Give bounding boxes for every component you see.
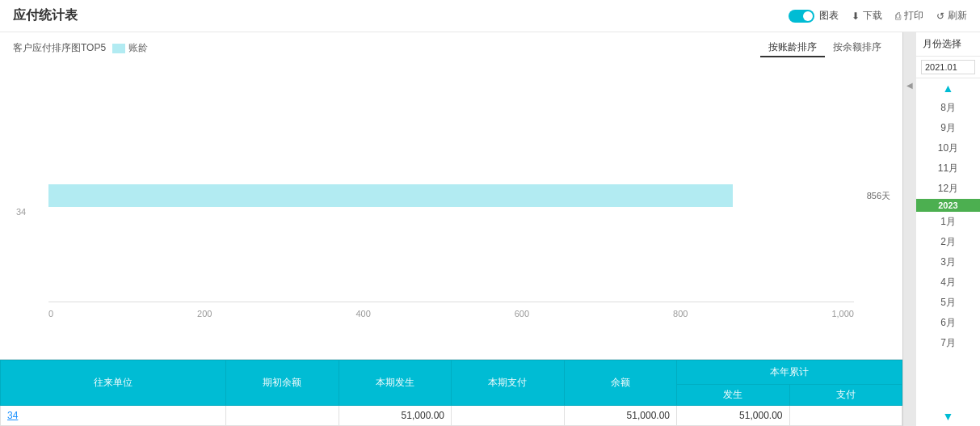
- y-axis-label: 34: [16, 207, 26, 217]
- month-item-apr[interactable]: 4月: [916, 272, 980, 293]
- cell-unit[interactable]: 34: [1, 406, 226, 426]
- month-item-dec[interactable]: 12月: [916, 179, 980, 199]
- month-item-feb[interactable]: 2月: [916, 232, 980, 252]
- cell-ytd-occur: 51,000.00: [677, 406, 790, 426]
- col-header-ytd-group: 本年累计: [677, 361, 902, 385]
- sidebar-up-button[interactable]: ▲: [916, 78, 980, 98]
- cell-opening: [226, 406, 339, 426]
- bar-end-label: 856天: [867, 189, 890, 201]
- chart-inner: 856天 0 200 400 600 800 1,000: [48, 72, 854, 318]
- col-header-pay: 本期支付: [452, 361, 565, 406]
- month-item-nov[interactable]: 11月: [916, 158, 980, 179]
- x-label-800: 800: [673, 309, 688, 318]
- table-row: 34 51,000.00 51,000.00 51,000.00: [1, 406, 902, 426]
- table-header-row: 往来单位 期初余额 本期发生 本期支付 余额 本年累计: [1, 361, 902, 385]
- col-header-unit: 往来单位: [1, 361, 226, 406]
- chart-legend: 客户应付排序图TOP5 账龄: [13, 41, 148, 55]
- month-item-aug[interactable]: 8月: [916, 98, 980, 118]
- sort-buttons: 按账龄排序 按余额排序: [760, 39, 890, 57]
- col-header-ytd-occur: 发生: [677, 385, 790, 406]
- print-button[interactable]: ⎙ 打印: [895, 9, 923, 23]
- sort-by-amount-button[interactable]: 按余额排序: [825, 39, 890, 57]
- chevron-up-icon: ▲: [943, 82, 954, 95]
- month-item-jun[interactable]: 6月: [916, 313, 980, 333]
- x-label-600: 600: [515, 309, 529, 318]
- print-icon: ⎙: [895, 11, 901, 22]
- x-label-0: 0: [48, 309, 53, 318]
- sidebar-year-input-wrap: [916, 57, 980, 78]
- sidebar-year-input[interactable]: [921, 60, 975, 74]
- page-title: 应付统计表: [13, 7, 78, 24]
- bar-row: 856天: [48, 184, 854, 207]
- chevron-left-icon: ◀: [906, 81, 913, 90]
- table-body: 34 51,000.00 51,000.00 51,000.00: [1, 406, 902, 426]
- sidebar-down-button[interactable]: ▼: [916, 407, 980, 426]
- x-axis: 0 200 400 600 800 1,000: [48, 309, 854, 318]
- bar-fill-container: 856天: [48, 184, 854, 207]
- x-label-200: 200: [197, 309, 212, 318]
- col-header-opening: 期初余额: [226, 361, 339, 406]
- chart-toggle-label: 图表: [819, 9, 839, 23]
- month-item-may[interactable]: 5月: [916, 293, 980, 313]
- chart-header: 客户应付排序图TOP5 账龄 按账龄排序 按余额排序: [0, 32, 902, 64]
- year-marker-2023: 2023: [916, 199, 980, 212]
- month-item-jul[interactable]: 7月: [916, 333, 980, 353]
- refresh-icon: ↺: [936, 11, 944, 22]
- app-container: 应付统计表 图表 ⬇ 下载 ⎙ 打印 ↺ 刷新: [0, 0, 980, 426]
- refresh-button[interactable]: ↺ 刷新: [936, 9, 967, 23]
- download-icon: ⬇: [852, 11, 860, 22]
- x-label-400: 400: [355, 309, 370, 318]
- legend-item-age: 账龄: [112, 41, 148, 55]
- month-item-oct[interactable]: 10月: [916, 138, 980, 158]
- legend-color-label: 账龄: [128, 41, 148, 55]
- bar-fill: [48, 184, 733, 207]
- chart-section: 客户应付排序图TOP5 账龄 按账龄排序 按余额排序 34: [0, 32, 902, 426]
- col-header-occur: 本期发生: [339, 361, 452, 406]
- legend-color-box: [112, 44, 125, 53]
- col-header-balance: 余额: [564, 361, 677, 406]
- sidebar-title: 月份选择: [916, 32, 980, 57]
- col-header-ytd-pay: 支付: [789, 385, 902, 406]
- sidebar: 月份选择 ▲ 8月 9月 10月 11月 12月 2023 1月 2月 3月: [915, 32, 980, 426]
- refresh-label: 刷新: [948, 9, 967, 23]
- sort-by-balance-button[interactable]: 按账龄排序: [760, 39, 825, 57]
- chart-toggle-wrap[interactable]: 图表: [789, 9, 839, 23]
- cell-ytd-pay: [789, 406, 902, 426]
- cell-balance: 51,000.00: [564, 406, 677, 426]
- data-table: 往来单位 期初余额 本期发生 本期支付 余额 本年累计 发生 支付: [0, 360, 902, 426]
- header-actions: 图表 ⬇ 下载 ⎙ 打印 ↺ 刷新: [789, 9, 967, 23]
- download-button[interactable]: ⬇ 下载: [852, 9, 882, 23]
- x-label-1000: 1,000: [831, 309, 854, 318]
- bar-chart-area: 34 856天: [0, 64, 902, 359]
- cell-pay: [452, 406, 565, 426]
- legend-title: 客户应付排序图TOP5: [13, 41, 106, 55]
- month-item-mar[interactable]: 3月: [916, 252, 980, 272]
- print-label: 打印: [904, 9, 923, 23]
- month-item-jan[interactable]: 1月: [916, 212, 980, 232]
- download-label: 下载: [863, 9, 882, 23]
- sidebar-wrapper: 月份选择 ▲ 8月 9月 10月 11月 12月 2023 1月 2月 3月: [915, 32, 980, 426]
- table-section: 往来单位 期初余额 本期发生 本期支付 余额 本年累计 发生 支付: [0, 359, 902, 426]
- chevron-down-icon: ▼: [943, 410, 954, 423]
- panel-toggle-button[interactable]: ◀: [902, 32, 915, 426]
- month-list: 8月 9月 10月 11月 12月 2023 1月 2月 3月 4月 5月 6月…: [916, 98, 980, 407]
- month-item-sep[interactable]: 9月: [916, 118, 980, 138]
- header: 应付统计表 图表 ⬇ 下载 ⎙ 打印 ↺ 刷新: [0, 0, 980, 32]
- chart-toggle[interactable]: [789, 10, 814, 23]
- cell-occur: 51,000.00: [339, 406, 452, 426]
